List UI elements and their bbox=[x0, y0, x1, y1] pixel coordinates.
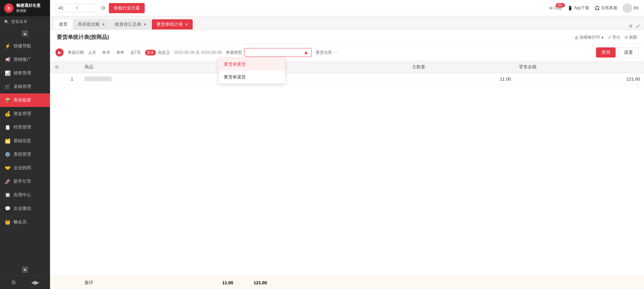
query-btn[interactable]: 查询 bbox=[596, 47, 616, 58]
print-btn[interactable]: 🖨 按模板打印 ▾ bbox=[574, 35, 603, 40]
sidebar-search[interactable]: 🔍 搜索菜单 bbox=[0, 16, 50, 28]
dropdown-item-order-request[interactable]: 要货单要货 bbox=[218, 58, 285, 71]
sidebar-item-operation[interactable]: 📋 经营管理 bbox=[0, 120, 50, 134]
filter-type-clear-icon[interactable]: ▲ bbox=[303, 49, 309, 55]
filter-date-this-year[interactable]: 本年 bbox=[114, 49, 126, 56]
industry-btn[interactable]: 体验行业方案 bbox=[109, 3, 145, 13]
print-label: 按模板打印 bbox=[580, 35, 600, 40]
message-icon: ✉ bbox=[549, 6, 553, 10]
tab-order-summary[interactable]: 要货单统计表 ✕ bbox=[152, 19, 193, 29]
filter-date-group: 单据日期 上月 本月 本年 近7天 更多 自定义 bbox=[68, 49, 170, 56]
online-service-label: 在线客服 bbox=[601, 5, 617, 11]
system-icon: ⚙️ bbox=[4, 151, 11, 158]
topbar-gear-icon[interactable]: ⚙ bbox=[101, 5, 105, 11]
sidebar-item-appstore[interactable]: 🔲 应用中心 bbox=[0, 188, 50, 202]
sidebar-item-label: 畅会员 bbox=[14, 219, 27, 225]
topbar-right: ✉ 消息 99+ 📱 App下载 🎧 在线客服 Rit bbox=[549, 3, 639, 13]
sidebar-item-purchase[interactable]: 🛒 采购管理 bbox=[0, 80, 50, 93]
app-name: 畅捷通好生意 bbox=[16, 3, 41, 8]
basic-icon: 🗂️ bbox=[4, 137, 11, 144]
filter-date-last-month[interactable]: 上月 bbox=[86, 49, 98, 56]
tab-recv-summary[interactable]: 收发存汇总表 ✕ bbox=[110, 19, 151, 29]
tab-home[interactable]: 首页 bbox=[54, 19, 72, 29]
user-avatar[interactable]: Rit bbox=[623, 3, 639, 13]
tab-inventory-batch-close[interactable]: ✕ bbox=[102, 22, 105, 27]
app-logo: b 畅捷通好生意 标准版 bbox=[0, 0, 50, 16]
footer-amount: 121.00 bbox=[240, 280, 267, 285]
table-container: ⚙ 商品 主计量单位 主数量 零售金额 1 bbox=[50, 61, 644, 85]
settings-bottom-btn[interactable]: ⚙ bbox=[11, 279, 16, 286]
online-service-btn[interactable]: 🎧 在线客服 bbox=[595, 5, 617, 11]
print-icon: 🖨 bbox=[574, 35, 578, 40]
avatar-name: Rit bbox=[634, 6, 639, 10]
filter-expand-btn[interactable]: ▶ bbox=[55, 48, 64, 57]
filter-warehouse-more[interactable]: ··· bbox=[333, 49, 339, 55]
content-area: 要货单统计表(按商品) 🖨 按模板打印 ▾ ↗ 导出 ↺ 刷新 ▶ bbox=[50, 30, 644, 289]
sidebar-item-label: 快捷导航 bbox=[14, 43, 31, 49]
sidebar-item-label: 应用中心 bbox=[14, 192, 31, 198]
refresh-btn[interactable]: ↺ 刷新 bbox=[624, 35, 637, 40]
sales-icon: 📊 bbox=[4, 70, 11, 76]
sidebar-item-label: 资金管理 bbox=[14, 111, 31, 117]
sidebar: b 畅捷通好生意 标准版 🔍 搜索菜单 ▲ ⚡ 快捷导航 📢 营销推广 📊 销售… bbox=[0, 0, 50, 289]
footer-label: 合计 bbox=[85, 280, 152, 286]
table-settings-icon[interactable]: ⚙ bbox=[55, 64, 59, 70]
sidebar-item-inventory[interactable]: 📦 库存核算 bbox=[0, 93, 50, 107]
th-index bbox=[64, 61, 80, 73]
th-quantity: 主数量 bbox=[408, 61, 515, 73]
app-download-label: App下载 bbox=[574, 5, 589, 11]
filter-date-more[interactable]: 更多 bbox=[145, 50, 156, 55]
th-amount: 零售金额 bbox=[515, 61, 644, 73]
sidebar-search-label: 搜索菜单 bbox=[11, 19, 27, 25]
th-settings: ⚙ bbox=[50, 61, 64, 73]
sidebar-item-sales[interactable]: 📊 销售管理 bbox=[0, 66, 50, 80]
operation-icon: 📋 bbox=[4, 124, 11, 131]
sidebar-item-quick-nav[interactable]: ⚡ 快捷导航 bbox=[0, 39, 50, 53]
sidebar-item-system[interactable]: ⚙️ 系统管理 bbox=[0, 148, 50, 161]
sidebar-scroll-up[interactable]: ▲ bbox=[22, 30, 28, 37]
type-dropdown: 要货单要货 要货单退货 bbox=[218, 58, 286, 84]
tabbar-actions: ✕ ⤢ bbox=[628, 23, 640, 29]
tab-inventory-batch[interactable]: 库存批次账 ✕ bbox=[73, 19, 110, 29]
filter-date-custom[interactable]: 自定义 bbox=[158, 50, 170, 55]
sidebar-item-guide[interactable]: 🚀 新手引导 bbox=[0, 175, 50, 188]
sidebar-item-label: 销售管理 bbox=[14, 70, 31, 76]
tab-order-summary-close[interactable]: ✕ bbox=[185, 22, 188, 27]
sidebar-item-marketing[interactable]: 📢 营销推广 bbox=[0, 53, 50, 66]
topbar: 41 ▾ ⚙ 体验行业方案 ✉ 消息 99+ 📱 App下载 🎧 在线客服 R bbox=[50, 0, 644, 16]
dropdown-item-order-return[interactable]: 要货单退货 bbox=[218, 71, 285, 84]
filter-date-this-month[interactable]: 本月 bbox=[100, 49, 112, 56]
sidebar-scroll-down[interactable]: ▼ bbox=[22, 267, 28, 273]
page-title: 要货单统计表(按商品) bbox=[57, 34, 109, 41]
company-selector[interactable]: 41 ▾ bbox=[55, 4, 96, 12]
messages-btn[interactable]: ✉ 消息 99+ bbox=[549, 5, 562, 11]
filter-date-7days[interactable]: 近7天 bbox=[128, 49, 143, 56]
purchase-icon: 🛒 bbox=[4, 83, 11, 90]
td-quantity: 11.00 bbox=[408, 73, 515, 85]
refresh-icon: ↺ bbox=[624, 35, 628, 40]
td-index: 1 bbox=[64, 73, 80, 85]
sidebar-item-finance[interactable]: 💰 资金管理 bbox=[0, 107, 50, 120]
sidebar-item-basic[interactable]: 🗂️ 基础信息 bbox=[0, 134, 50, 148]
filter-type-input[interactable] bbox=[247, 50, 303, 55]
inventory-icon: 📦 bbox=[4, 97, 11, 104]
collapse-btn[interactable]: ◀▶ bbox=[31, 279, 39, 286]
sidebar-item-enterprise[interactable]: 🤝 企业协同 bbox=[0, 161, 50, 175]
tab-recv-summary-close[interactable]: ✕ bbox=[143, 22, 146, 27]
page-header: 要货单统计表(按商品) 🖨 按模板打印 ▾ ↗ 导出 ↺ 刷新 bbox=[50, 30, 644, 44]
sidebar-item-label: 经营管理 bbox=[14, 124, 31, 130]
guide-icon: 🚀 bbox=[4, 178, 11, 185]
mobile-icon: 📱 bbox=[568, 6, 573, 10]
table-header-row: ⚙ 商品 主计量单位 主数量 零售金额 bbox=[50, 61, 644, 73]
setting-btn[interactable]: 设置 bbox=[618, 47, 639, 58]
tab-close-all-btn[interactable]: ✕ bbox=[628, 23, 633, 29]
filter-actions: 查询 设置 bbox=[596, 47, 639, 58]
sidebar-item-wechat[interactable]: 💬 企业微信 bbox=[0, 202, 50, 215]
wechat-icon: 💬 bbox=[4, 205, 11, 212]
tab-expand-btn[interactable]: ⤢ bbox=[636, 23, 640, 29]
enterprise-icon: 🤝 bbox=[4, 164, 11, 171]
tab-order-summary-label: 要货单统计表 bbox=[157, 21, 183, 27]
export-btn[interactable]: ↗ 导出 bbox=[607, 35, 620, 40]
app-download-btn[interactable]: 📱 App下载 bbox=[568, 5, 589, 11]
sidebar-item-member[interactable]: 👑 畅会员 bbox=[0, 215, 50, 229]
